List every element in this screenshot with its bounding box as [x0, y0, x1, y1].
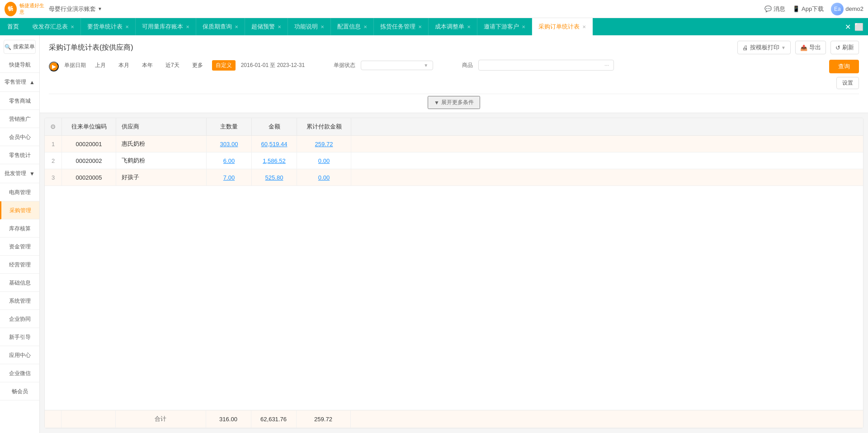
content-area: 采购订单统计表(按供应商) 🖨 按模板打印 ▼ 📤 导出 ↺ 刷新: [40, 35, 868, 433]
row3-amount[interactable]: 525.80: [252, 169, 297, 186]
query-btn[interactable]: 查询: [829, 60, 859, 73]
tab-peizhixinxi-close[interactable]: ✕: [363, 24, 367, 29]
nav-maximize-btn[interactable]: ⬜: [854, 23, 863, 31]
tab-chaochu-label: 超储预警: [251, 23, 275, 31]
print-icon: 🖨: [742, 44, 748, 51]
export-btn[interactable]: 📤 导出: [795, 41, 826, 54]
sidebar-item-jingying[interactable]: 经营管理: [0, 256, 39, 274]
sidebar-item-lingshei-shangcheng[interactable]: 零售商城: [0, 92, 39, 110]
query-action-col: 查询 设置: [829, 60, 859, 89]
tab-caigou-active[interactable]: 采购订单统计表 ✕: [532, 18, 593, 35]
template-print-btn[interactable]: 🖨 按模板打印 ▼: [737, 41, 791, 54]
refresh-icon: ↺: [835, 44, 840, 51]
sidebar-item-yingxiao-label: 营销推广: [9, 115, 31, 123]
table-footer: 合计 316.00 62,631.76 259.72: [45, 410, 863, 428]
filter-date-custom-badge[interactable]: 自定义: [212, 60, 236, 71]
tab-chengben-close[interactable]: ✕: [467, 24, 471, 29]
tab-chengben[interactable]: 成本调整单 ✕: [429, 18, 477, 35]
tab-shoufacun-close[interactable]: ✕: [71, 24, 74, 29]
row1-paid[interactable]: 259.72: [297, 136, 351, 152]
table-container: ⚙ 往来单位编码 供应商 主数量 金额 累计付款金额 1 00020001: [44, 118, 863, 428]
sidebar-item-yingyong-label: 应用中心: [9, 352, 31, 359]
tab-yaoqing[interactable]: 邀请下游客户 ✕: [477, 18, 532, 35]
sidebar-item-lingshei-guanli[interactable]: 零售管理 ▲: [0, 73, 39, 92]
sidebar-item-xitong[interactable]: 系统管理: [0, 292, 39, 310]
sidebar-item-kucun[interactable]: 库存核算: [0, 219, 39, 238]
sidebar-item-qiye[interactable]: 企业协同: [0, 310, 39, 328]
sidebar-item-xinshou[interactable]: 新手引导: [0, 328, 39, 346]
top-bar: 畅 畅捷通好生意 母婴行业演示账套 ▼ 💬 消息 📱 App下载 Ea demo…: [0, 0, 868, 18]
tab-chaochu[interactable]: 超储预警 ✕: [245, 18, 288, 35]
tab-baozhi[interactable]: 保质期查询 ✕: [196, 18, 245, 35]
user-area[interactable]: Ea demo2: [831, 3, 863, 15]
workspace-selector[interactable]: 母婴行业演示账套 ▼: [49, 5, 760, 13]
tab-yaohuo[interactable]: 要货单统计表 ✕: [81, 18, 136, 35]
table-row: 2 00020002 飞鹤奶粉 6.00 1,586.52 0.00: [45, 152, 863, 169]
search-menu-label: 搜索菜单: [13, 43, 35, 51]
tab-shoufacun[interactable]: 收发存汇总表 ✕: [26, 18, 81, 35]
row1-qty[interactable]: 303.00: [207, 136, 252, 152]
sidebar-pifa-arrow: ▼: [29, 171, 35, 177]
tab-jianhuo[interactable]: 拣货任务管理 ✕: [374, 18, 429, 35]
filter-date-last-month[interactable]: 上月: [91, 60, 109, 71]
status-select[interactable]: ▼: [361, 61, 433, 70]
search-icon: 🔍: [5, 44, 11, 50]
app-download-btn[interactable]: 📱 App下载: [793, 5, 824, 13]
search-menu-btn[interactable]: 🔍 搜索菜单: [4, 40, 36, 54]
filter-date-this-year[interactable]: 本年: [138, 60, 156, 71]
tab-baozhi-close[interactable]: ✕: [235, 24, 238, 29]
tab-peizhixinxi-label: 配置信息: [337, 23, 361, 31]
nav-close-btn[interactable]: ✕: [845, 23, 851, 31]
row2-amount[interactable]: 1,586.52: [252, 152, 297, 169]
tab-gongneng[interactable]: 功能说明 ✕: [288, 18, 331, 35]
filter-date-more[interactable]: 更多: [189, 60, 207, 71]
expand-down-icon: ▼: [434, 100, 439, 106]
tab-chaochu-close[interactable]: ✕: [278, 24, 281, 29]
sidebar-item-caigou-label: 采购管理: [9, 207, 31, 214]
refresh-btn[interactable]: ↺ 刷新: [830, 41, 859, 54]
row2-paid[interactable]: 0.00: [297, 152, 351, 169]
tab-kuyong-close[interactable]: ✕: [186, 24, 189, 29]
sidebar-item-yingyong[interactable]: 应用中心: [0, 346, 39, 364]
tab-jianhuo-close[interactable]: ✕: [418, 24, 422, 29]
tab-yaohuo-close[interactable]: ✕: [125, 24, 129, 29]
goods-input[interactable]: ···: [478, 60, 614, 71]
row2-qty[interactable]: 6.00: [207, 152, 252, 169]
filter-expand-btn[interactable]: ▶: [49, 62, 59, 71]
filter-date-this-month[interactable]: 本月: [115, 60, 133, 71]
settings-btn[interactable]: 设置: [836, 77, 859, 89]
nav-home[interactable]: 首页: [0, 18, 26, 35]
sidebar-item-zijin-label: 资金管理: [9, 243, 31, 251]
row1-amount[interactable]: 60,519.44: [252, 136, 297, 152]
sidebar-quick-nav[interactable]: 快捷导航: [0, 57, 39, 73]
sidebar-item-diandian[interactable]: 电商管理: [0, 183, 39, 201]
table-header-row: ⚙ 往来单位编码 供应商 主数量 金额 累计付款金额: [45, 118, 863, 136]
tab-kuyong[interactable]: 可用量库存账本 ✕: [136, 18, 196, 35]
sidebar-item-yingxiao[interactable]: 营销推广: [0, 110, 39, 128]
filter-area: ▶ 单据日期 上月 本月 本年 近7天 更多 自定义 2016-01-01 至 …: [49, 60, 859, 94]
tab-yaohuo-label: 要货单统计表: [87, 23, 123, 31]
row3-seq: 3: [45, 169, 62, 186]
sidebar-item-huiyuan[interactable]: 会员中心: [0, 128, 39, 146]
tab-caigou-close[interactable]: ✕: [582, 24, 586, 29]
row3-qty[interactable]: 7.00: [207, 169, 252, 186]
tab-gongneng-close[interactable]: ✕: [321, 24, 324, 29]
sidebar-item-changhui[interactable]: 畅会员: [0, 382, 39, 400]
message-btn[interactable]: 💬 消息: [764, 5, 785, 13]
sidebar-item-zijin[interactable]: 资金管理: [0, 238, 39, 256]
sidebar-item-caigou[interactable]: 采购管理: [0, 201, 39, 219]
filter-date-7days[interactable]: 近7天: [162, 60, 183, 71]
tab-chengben-label: 成本调整单: [435, 23, 464, 31]
sidebar-item-pifa[interactable]: 批发管理 ▼: [0, 164, 39, 183]
sidebar-item-jingying-label: 经营管理: [9, 261, 31, 269]
template-print-label: 按模板打印: [750, 43, 779, 52]
sidebar-item-lingshei-tongji[interactable]: 零售统计: [0, 146, 39, 164]
row3-paid[interactable]: 0.00: [297, 169, 351, 186]
settings-gear-icon[interactable]: ⚙: [50, 123, 56, 130]
footer-paid: 259.72: [296, 410, 350, 428]
expand-more-btn[interactable]: ▼ 展开更多条件: [428, 96, 480, 109]
tab-yaoqing-close[interactable]: ✕: [522, 24, 525, 29]
sidebar-item-jichu[interactable]: 基础信息: [0, 274, 39, 292]
sidebar-item-weixin[interactable]: 企业微信: [0, 364, 39, 382]
tab-peizhixinxi[interactable]: 配置信息 ✕: [331, 18, 374, 35]
